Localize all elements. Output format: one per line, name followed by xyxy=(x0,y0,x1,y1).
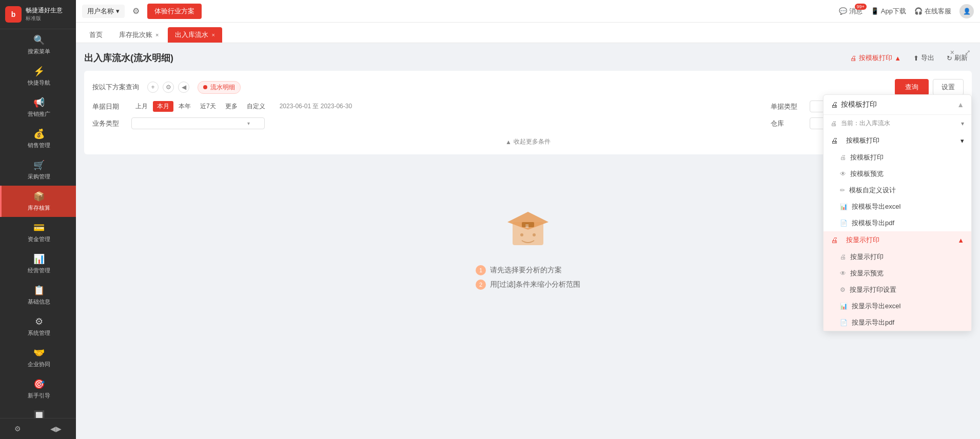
sidebar-item-quick-nav[interactable]: ⚡ 快捷导航 xyxy=(0,61,76,92)
sidebar-label-system: 系统管理 xyxy=(28,329,50,337)
close-window-btn[interactable]: × xyxy=(947,47,957,57)
sidebar-icon-newbie: 🎯 xyxy=(33,378,45,390)
sidebar-item-app-center[interactable]: 🔲 应用中心 xyxy=(0,405,76,418)
dp-display-preview-item[interactable]: 👁 按显示预览 xyxy=(824,265,971,282)
tab-home[interactable]: 首页 xyxy=(82,27,110,43)
sidebar-settings-btn[interactable]: ⚙ xyxy=(14,425,21,433)
page-header: 出入库流水(流水明细) 🖨 按模板打印 ▲ ⬆ 导出 ↻ 刷新 xyxy=(84,51,972,65)
dp-display-pdf-item[interactable]: 📄 按显示导出pdf xyxy=(824,314,971,331)
sidebar-label-operations: 经营管理 xyxy=(28,267,50,274)
online-service-label: 在线客服 xyxy=(925,7,951,16)
sidebar-icon-purchase: 🛒 xyxy=(33,159,45,171)
business-type-select[interactable]: ▾ xyxy=(131,117,265,129)
sidebar-item-search-menu[interactable]: 🔍 搜索菜单 xyxy=(0,29,76,61)
dp-dpv-label: 按显示预览 xyxy=(850,269,884,278)
sidebar-icon-operations: 📊 xyxy=(33,253,45,265)
sidebar-item-sales[interactable]: 💰 销售管理 xyxy=(0,123,76,154)
set-button[interactable]: 设置 xyxy=(933,79,964,95)
date-shortcuts: 上月 本月 本年 近7天 更多 自定义 xyxy=(131,101,269,112)
dp-display-section-title[interactable]: 🖨 按显示打印 ▲ xyxy=(824,231,971,249)
sidebar-icon-app-center: 🔲 xyxy=(33,410,45,418)
filter-collapse-btn[interactable]: ◀ xyxy=(178,82,189,93)
sidebar-item-basic-info[interactable]: 📋 基础信息 xyxy=(0,280,76,311)
dp-scroll-up-icon[interactable]: ▲ xyxy=(957,101,964,109)
online-service-btn[interactable]: 🎧 在线客服 xyxy=(914,7,951,16)
sidebar-label-sales: 销售管理 xyxy=(28,142,50,149)
dp-de-label: 按显示导出excel xyxy=(852,302,900,311)
svg-point-4 xyxy=(520,233,523,236)
header-gear-btn[interactable]: ⚙ xyxy=(129,4,143,18)
logo-text-block: 畅捷通好生意 标准版 xyxy=(26,7,63,22)
dp-display-excel-item[interactable]: 📊 按显示导出excel xyxy=(824,298,971,314)
dp-template-section-label: 按模板打印 xyxy=(846,136,879,145)
add-filter-btn[interactable]: + xyxy=(147,82,159,93)
sidebar-item-operations[interactable]: 📊 经营管理 xyxy=(0,248,76,280)
sidebar-icon-system: ⚙ xyxy=(35,316,43,327)
tab-inventory-flow-close[interactable]: × xyxy=(211,32,214,38)
business-type-arrow: ▾ xyxy=(247,121,250,126)
sidebar-icon-search-menu: 🔍 xyxy=(33,34,45,46)
messages-btn[interactable]: 💬 消息 99+ xyxy=(839,7,863,16)
date-label: 单据日期 xyxy=(92,102,123,111)
sidebar-icon-basic-info: 📋 xyxy=(33,285,45,296)
tab-home-label: 首页 xyxy=(89,30,103,39)
user-avatar[interactable]: 👤 xyxy=(959,4,974,18)
svg-point-5 xyxy=(533,233,536,236)
tab-batch-account-close[interactable]: × xyxy=(155,32,159,38)
dp-dp-label: 按显示打印 xyxy=(850,252,884,262)
dp-display-settings-item[interactable]: ⚙ 按显示打印设置 xyxy=(824,282,971,298)
sidebar-label-marketing: 营销推广 xyxy=(28,110,50,118)
dp-current-arrow: ▾ xyxy=(961,120,964,127)
dp-dp2-icon: 📄 xyxy=(840,319,848,326)
date-btn-7days[interactable]: 近7天 xyxy=(196,101,220,112)
filter-settings-btn[interactable]: ⚙ xyxy=(163,82,174,93)
date-btn-current-year[interactable]: 本年 xyxy=(174,101,195,112)
dp-template-design-item[interactable]: ✏ 模板自定义设计 xyxy=(824,182,971,198)
export-btn[interactable]: ⬆ 导出 xyxy=(909,51,938,65)
user-selector[interactable]: 用户名称 ▾ xyxy=(82,5,125,18)
sidebar-collapse-btn[interactable]: ◀▶ xyxy=(50,425,62,433)
user-selector-text: 用户名称 xyxy=(87,7,114,16)
download-icon: 📱 xyxy=(871,7,879,15)
date-btn-custom[interactable]: 自定义 xyxy=(243,101,269,112)
date-btn-current-month[interactable]: 本月 xyxy=(153,101,173,112)
tab-batch-account[interactable]: 库存批次账 × xyxy=(112,27,166,43)
sidebar-item-inventory[interactable]: 📦 库存核算 xyxy=(0,186,76,217)
dp-dp2-label: 按显示导出pdf xyxy=(852,318,894,327)
sidebar-item-finance[interactable]: 💳 资金管理 xyxy=(0,217,76,248)
empty-step-1: 1 请先选择要分析的方案 xyxy=(476,265,580,275)
sidebar-item-marketing[interactable]: 📢 营销推广 xyxy=(0,92,76,123)
dp-template-excel-item[interactable]: 📊 按模板导出excel xyxy=(824,198,971,215)
sidebar-icon-inventory: 📦 xyxy=(33,191,45,202)
dp-template-section[interactable]: 🖨 按模板打印 ▾ xyxy=(824,132,971,149)
sidebar-bottom: ⚙ ◀▶ xyxy=(0,418,76,439)
dp-template-print-item[interactable]: 🖨 按模板打印 xyxy=(824,149,971,166)
message-icon: 💬 xyxy=(839,7,847,15)
sidebar-item-purchase[interactable]: 🛒 采购管理 xyxy=(0,154,76,186)
dp-dpv-icon: 👁 xyxy=(840,270,846,277)
maximize-window-btn[interactable]: ⤢ xyxy=(962,47,974,57)
sidebar-item-enterprise[interactable]: 🤝 企业协同 xyxy=(0,342,76,373)
query-button[interactable]: 查询 xyxy=(895,79,929,95)
date-btn-more[interactable]: 更多 xyxy=(221,101,242,112)
sidebar-item-newbie[interactable]: 🎯 新手引导 xyxy=(0,373,76,405)
sidebar-scroll: 🔍 搜索菜单 ⚡ 快捷导航 📢 营销推广 💰 销售管理 🛒 采购管理 📦 库存核… xyxy=(0,29,76,418)
collapse-more-label: 收起更多条件 xyxy=(514,137,551,146)
industry-btn[interactable]: 体验行业方案 xyxy=(147,4,202,19)
sidebar-icon-sales: 💰 xyxy=(33,128,45,139)
app-download-btn[interactable]: 📱 App下载 xyxy=(871,7,906,16)
tab-inventory-flow[interactable]: 出入库流水 × xyxy=(168,27,222,43)
dp-template-pdf-item[interactable]: 📄 按模板导出pdf xyxy=(824,215,971,231)
chevron-down-icon: ▾ xyxy=(116,7,120,15)
dp-template-preview-item[interactable]: 👁 按模板预览 xyxy=(824,166,971,182)
avatar-icon: 👤 xyxy=(963,8,971,15)
sidebar-label-search-menu: 搜索菜单 xyxy=(28,48,50,55)
sidebar-item-system[interactable]: ⚙ 系统管理 xyxy=(0,311,76,342)
dp-td-icon: ✏ xyxy=(840,187,845,194)
dp-scroll: 🖨 按模板打印 ▲ 🖨 当前：出入库流水 ▾ 🖨 按模板打印 xyxy=(824,95,971,331)
dp-de-icon: 📊 xyxy=(840,303,848,310)
template-print-btn[interactable]: 🖨 按模板打印 ▲ xyxy=(846,51,905,65)
sidebar-icon-finance: 💳 xyxy=(33,222,45,233)
dp-display-print-item[interactable]: 🖨 按显示打印 xyxy=(824,249,971,265)
date-btn-last-month[interactable]: 上月 xyxy=(131,101,152,112)
